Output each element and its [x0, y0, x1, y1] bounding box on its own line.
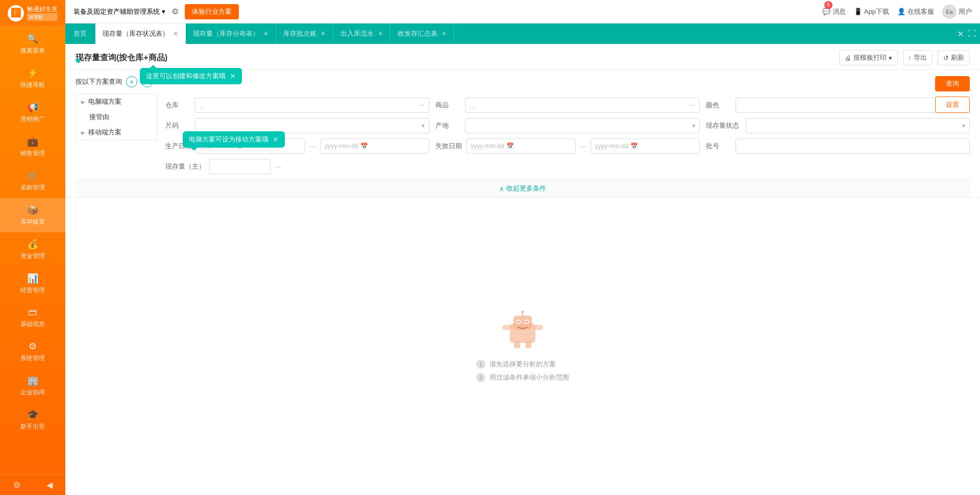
- filter-field-goods: 商品 ... ⋯: [435, 98, 699, 113]
- scheme-mobile-item[interactable]: ▶ 移动端方案: [76, 125, 157, 140]
- refresh-icon: ↺: [943, 54, 949, 62]
- scheme-desktop-item[interactable]: ▶ 电脑端方案: [76, 94, 157, 109]
- sidebar-item-enterprise[interactable]: 🏢 企业协同: [0, 369, 65, 403]
- user-item[interactable]: Ea 用户: [942, 5, 972, 19]
- refresh-button[interactable]: ↺ 刷新: [938, 50, 970, 65]
- sidebar-item-purchase[interactable]: 🛒 采购管理: [0, 164, 65, 198]
- scheme-desktop-sub-item[interactable]: 接管由: [76, 109, 157, 125]
- page-actions: 🖨 按模板打印 ▾ ↑ 导出 ↺ 刷新: [839, 50, 970, 65]
- step-num-2: 2: [476, 373, 485, 382]
- filter-field-origin: 产地 ▾: [435, 118, 699, 133]
- header-right: 💬 消息 6 📱 App下载 👤 在线客服 Ea 用户: [822, 5, 972, 19]
- sidebar-item-operation[interactable]: 📊 经营管理: [0, 267, 65, 301]
- origin-select[interactable]: ▾: [465, 118, 699, 133]
- stock-qty-min[interactable]: [209, 159, 271, 174]
- footer-settings-btn[interactable]: ⚙: [13, 480, 20, 490]
- online-service-item[interactable]: 👤 在线客服: [897, 7, 934, 16]
- notification-badge: 6: [824, 1, 832, 9]
- export-icon: ↑: [909, 54, 912, 62]
- sidebar-item-search[interactable]: 🔍 搜索菜单: [0, 27, 65, 61]
- finance-icon: 💰: [27, 239, 38, 250]
- sales-icon: 💼: [27, 136, 38, 147]
- tab-close-icon[interactable]: ✕: [173, 30, 178, 37]
- empty-state: 1 请先选择要分析的方案 2 用过滤条件来缩小分析范围: [65, 198, 980, 495]
- production-date-end[interactable]: yyyy-mm-dd 📅: [320, 138, 429, 154]
- filter-rows: 仓库 ... ⋯ 商品 ... ⋯: [165, 98, 970, 174]
- header-settings-icon[interactable]: ⚙: [172, 7, 179, 16]
- tab-home[interactable]: 首页: [65, 23, 95, 44]
- tab-inout[interactable]: 出入库流水 ✕: [333, 23, 390, 44]
- tab-close-icon[interactable]: ✕: [263, 30, 268, 37]
- export-button[interactable]: ↑ 导出: [903, 50, 933, 65]
- app-icon: 📱: [854, 8, 862, 15]
- sidebar-item-inventory[interactable]: 📦 库存核算: [0, 198, 65, 232]
- basic-icon: 🗃: [28, 307, 37, 318]
- sidebar-nav: 🔍 搜索菜单 ⚡ 快捷导航 📢 营销推广 💼 销售管理 🛒 采购管理 📦 库存核…: [0, 27, 65, 475]
- tab-close-all-btn[interactable]: ✕: [957, 29, 964, 39]
- filter-field-stock-qty: 现存量（主） —: [165, 159, 429, 174]
- btn-column: 查询 设置: [935, 76, 970, 113]
- system-icon: ⚙: [29, 341, 37, 352]
- filter-row-2: 尺码 ▾ 产地 ▾: [165, 118, 970, 133]
- search-button[interactable]: 查询: [935, 76, 970, 91]
- dropdown-icon2: ▾: [422, 122, 425, 129]
- warehouse-select[interactable]: ... ⋯: [195, 98, 429, 113]
- tooltip2-close-btn[interactable]: ✕: [230, 72, 236, 80]
- tooltip1-close-btn[interactable]: ✕: [273, 135, 279, 144]
- sidebar-logo: 🅱 畅通好生意 标准版: [0, 0, 65, 27]
- notification-item[interactable]: 💬 消息 6: [822, 7, 846, 16]
- filter-row-3: 生产日期 yyyy-mm-dd 📅 — yyyy-mm-dd: [165, 138, 970, 154]
- expiry-date-start[interactable]: yyyy-mm-dd 📅: [466, 138, 575, 154]
- avatar: Ea: [942, 5, 957, 19]
- empty-illustration: [497, 311, 548, 351]
- tab-collection[interactable]: 收发存汇总表 ✕: [390, 23, 454, 44]
- collapse-bar[interactable]: ∧ 收起更多条件: [76, 179, 970, 197]
- sidebar: 🅱 畅通好生意 标准版 🔍 搜索菜单 ⚡ 快捷导航 📢 营销推广 💼 销售管理 …: [0, 0, 65, 495]
- app-download-item[interactable]: 📱 App下载: [854, 7, 889, 16]
- sidebar-item-marketing[interactable]: 📢 营销推广: [0, 96, 65, 130]
- svg-point-4: [518, 321, 520, 323]
- sidebar-item-guide[interactable]: 🎓 新手引导: [0, 403, 65, 437]
- footer-collapse-btn[interactable]: ◀: [46, 480, 53, 490]
- sidebar-item-shortcut[interactable]: ⚡ 快捷导航: [0, 61, 65, 96]
- tab-batch[interactable]: 库存批次账 ✕: [276, 23, 333, 44]
- inventory-icon: 📦: [27, 204, 38, 216]
- tab-bar-end: ✕ ⛶: [953, 23, 980, 44]
- filter-add-button[interactable]: +: [126, 76, 137, 87]
- logo-text: 畅通好生意 标准版: [27, 6, 58, 21]
- tab-inventory-status[interactable]: 现存量（库存状况表） ✕: [95, 23, 186, 44]
- filter-label: 按以下方案查询: [76, 77, 122, 86]
- stock-status-select[interactable]: ▾: [746, 118, 970, 133]
- expiry-date-end[interactable]: yyyy-mm-dd 📅: [591, 138, 700, 154]
- dot-indicator: [76, 59, 80, 63]
- print-button[interactable]: 🖨 按模板打印 ▾: [839, 50, 898, 65]
- step-num-1: 1: [476, 360, 485, 369]
- print-dropdown-icon: ▾: [889, 54, 892, 62]
- tab-expand-btn[interactable]: ⛶: [968, 29, 976, 38]
- tab-inventory-dist[interactable]: 现存量（库存分布表） ✕: [186, 23, 276, 44]
- sidebar-item-sales[interactable]: 💼 销售管理: [0, 130, 65, 164]
- sidebar-item-finance[interactable]: 💰 资金管理: [0, 232, 65, 267]
- tab-close-icon[interactable]: ✕: [442, 30, 447, 37]
- goods-select[interactable]: ... ⋯: [465, 98, 699, 113]
- filter-field-stock-status: 现存量状态 ▾: [706, 118, 970, 133]
- sidebar-item-basic[interactable]: 🗃 基础信息: [0, 301, 65, 335]
- filter-field-expiry-date: 失效日期 yyyy-mm-dd 📅 — yyyy-mm-dd: [435, 138, 699, 154]
- trial-button[interactable]: 体验行业方案: [185, 4, 239, 19]
- page-content: 现存量查询(按仓库+商品) 🖨 按模板打印 ▾ ↑ 导出 ↺ 刷新: [65, 44, 980, 495]
- main-area: 装备及固定资产辅助管理系统 ▾ ⚙ 体验行业方案 💬 消息 6 📱 App下载 …: [65, 0, 980, 495]
- svg-rect-1: [513, 316, 532, 330]
- tab-close-icon[interactable]: ✕: [378, 30, 383, 37]
- system-dropdown[interactable]: 装备及固定资产辅助管理系统 ▾: [74, 7, 165, 16]
- tab-close-icon[interactable]: ✕: [321, 30, 326, 37]
- empty-step-2: 2 用过滤条件来缩小分析范围: [476, 373, 569, 382]
- batch-input[interactable]: [736, 138, 970, 154]
- filter-field-batch: 批号: [706, 138, 970, 154]
- set-button[interactable]: 设置: [935, 97, 970, 113]
- enterprise-icon: 🏢: [27, 375, 38, 386]
- dropdown-icon3: ▾: [692, 122, 695, 129]
- purchase-icon: 🛒: [27, 170, 38, 181]
- tree-expand-icon: ▶: [81, 99, 85, 105]
- sidebar-item-system[interactable]: ⚙ 系统管理: [0, 335, 65, 369]
- svg-point-7: [522, 311, 524, 313]
